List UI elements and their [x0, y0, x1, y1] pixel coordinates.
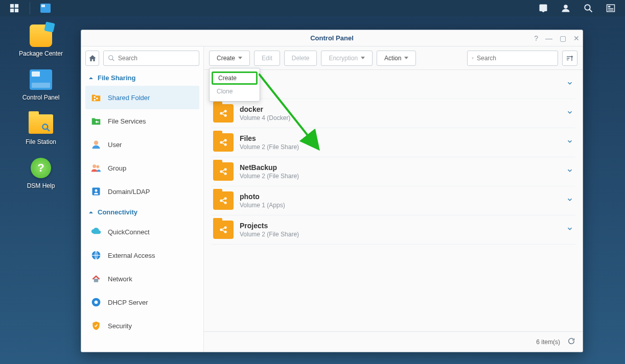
toolbar-search-input[interactable] — [477, 55, 553, 62]
sidebar-item-security[interactable]: Security — [85, 314, 199, 337]
caret-down-icon — [361, 57, 365, 59]
folder-row[interactable]: dockerVolume 4 (Docker) — [211, 99, 575, 128]
notifications-icon[interactable] — [533, 0, 553, 16]
svg-point-16 — [94, 96, 96, 98]
svg-point-5 — [585, 5, 590, 10]
window-icon — [83, 34, 98, 42]
sidebar-item-external-access[interactable]: External Access — [85, 244, 199, 267]
help-button[interactable]: ? — [534, 34, 538, 42]
maximize-button[interactable]: ▢ — [560, 34, 566, 42]
search-icon[interactable] — [578, 0, 598, 16]
chevron-up-icon — [88, 210, 94, 215]
sort-button[interactable] — [562, 51, 577, 66]
folder-name: docker — [240, 105, 560, 113]
edit-button[interactable]: Edit — [254, 51, 280, 66]
titlebar[interactable]: Control Panel ? — ▢ ✕ — [81, 30, 583, 46]
svg-line-55 — [222, 228, 224, 230]
chevron-down-icon[interactable] — [566, 109, 573, 118]
sidebar-item-label: File Services — [108, 117, 146, 125]
svg-point-19 — [92, 164, 96, 168]
desktop-label: Control Panel — [22, 94, 60, 101]
svg-rect-2 — [10, 9, 14, 12]
group-label: File Sharing — [98, 74, 135, 82]
security-icon — [90, 320, 102, 331]
desktop-label: Package Center — [19, 50, 63, 57]
folder-row[interactable]: FilesVolume 2 (File Share) — [211, 128, 575, 157]
folder-row[interactable]: share — [211, 70, 575, 99]
svg-point-22 — [95, 189, 98, 192]
folder-row[interactable]: photoVolume 1 (Apps) — [211, 186, 575, 215]
external-access-icon — [90, 250, 102, 261]
sidebar-item-quickconnect[interactable]: QuickConnect — [85, 220, 199, 244]
svg-line-40 — [222, 141, 224, 142]
sidebar-item-network[interactable]: Network — [85, 267, 199, 290]
folder-name: Files — [240, 134, 560, 142]
action-button[interactable]: Action — [377, 51, 416, 66]
widgets-icon[interactable] — [600, 0, 621, 16]
toolbar-search[interactable] — [467, 51, 558, 66]
folder-subtitle: Volume 2 (File Share) — [240, 143, 560, 151]
folder-name: Projects — [240, 222, 560, 230]
encryption-button[interactable]: Encryption — [321, 51, 373, 66]
sidebar-item-label: Domain/LDAP — [108, 188, 150, 196]
shared-folder-icon — [213, 221, 234, 239]
dropdown-item-create[interactable]: Create — [212, 71, 258, 85]
svg-line-41 — [222, 143, 224, 144]
folder-row[interactable]: NetBackupVolume 2 (File Share) — [211, 157, 575, 186]
sidebar-group-connectivity[interactable]: Connectivity — [85, 203, 199, 220]
minimize-button[interactable]: — — [545, 34, 552, 42]
sidebar-item-domain-ldap[interactable]: Domain/LDAP — [85, 180, 199, 203]
svg-line-35 — [222, 112, 224, 113]
main-menu-button[interactable] — [4, 0, 25, 16]
sidebar-search[interactable] — [103, 51, 199, 66]
desktop-item-file-station[interactable]: File Station — [10, 109, 72, 149]
chevron-down-icon[interactable] — [566, 196, 573, 205]
svg-line-14 — [112, 59, 114, 61]
sidebar-search-input[interactable] — [118, 55, 195, 62]
svg-rect-8 — [608, 6, 611, 8]
sidebar-item-group[interactable]: Group — [85, 156, 199, 180]
package-center-icon — [29, 23, 53, 48]
folder-row[interactable]: ProjectsVolume 2 (File Share) — [211, 215, 575, 245]
sidebar-item-file-services[interactable]: File Services — [85, 109, 199, 133]
file-station-icon — [29, 112, 53, 136]
svg-point-4 — [564, 5, 568, 9]
svg-line-36 — [222, 114, 224, 115]
close-button[interactable]: ✕ — [573, 34, 580, 42]
caret-down-icon — [238, 57, 242, 59]
sidebar-item-user[interactable]: User — [85, 133, 199, 156]
svg-point-37 — [224, 139, 227, 141]
sidebar-item-shared-folder[interactable]: Shared Folder — [85, 86, 199, 109]
svg-point-33 — [220, 112, 222, 115]
filter-icon — [472, 55, 474, 62]
sidebar-group-file-sharing[interactable]: File Sharing — [85, 69, 199, 86]
svg-point-38 — [220, 141, 222, 144]
chevron-down-icon[interactable] — [566, 225, 573, 234]
chevron-down-icon[interactable] — [566, 80, 573, 89]
dropdown-item-clone[interactable]: Clone — [210, 85, 260, 98]
svg-rect-0 — [10, 4, 14, 8]
chevron-down-icon[interactable] — [566, 138, 573, 147]
svg-line-45 — [222, 170, 224, 172]
sidebar-item-dhcp-server[interactable]: DHCP Server — [85, 290, 199, 314]
delete-button[interactable]: Delete — [284, 51, 317, 66]
taskbar-app-control-panel[interactable] — [35, 0, 56, 16]
svg-point-34 — [224, 114, 227, 117]
reload-button[interactable] — [567, 337, 575, 347]
desktop-item-package-center[interactable]: Package Center — [10, 20, 72, 60]
sidebar-item-label: DHCP Server — [108, 299, 148, 306]
chevron-up-icon — [88, 76, 94, 81]
folder-name: share — [240, 80, 560, 88]
user-icon — [90, 139, 102, 150]
create-button[interactable]: Create — [209, 51, 250, 66]
folder-subtitle: Volume 4 (Docker) — [240, 114, 560, 122]
desktop-item-control-panel[interactable]: Control Panel — [10, 64, 72, 104]
desktop-item-dsm-help[interactable]: ? DSM Help — [10, 153, 72, 192]
network-icon — [90, 273, 102, 284]
chevron-down-icon[interactable] — [566, 167, 573, 176]
home-button[interactable] — [85, 51, 99, 66]
svg-point-49 — [224, 202, 227, 204]
svg-point-54 — [224, 231, 227, 233]
user-icon[interactable] — [555, 0, 576, 16]
svg-line-50 — [222, 199, 224, 201]
